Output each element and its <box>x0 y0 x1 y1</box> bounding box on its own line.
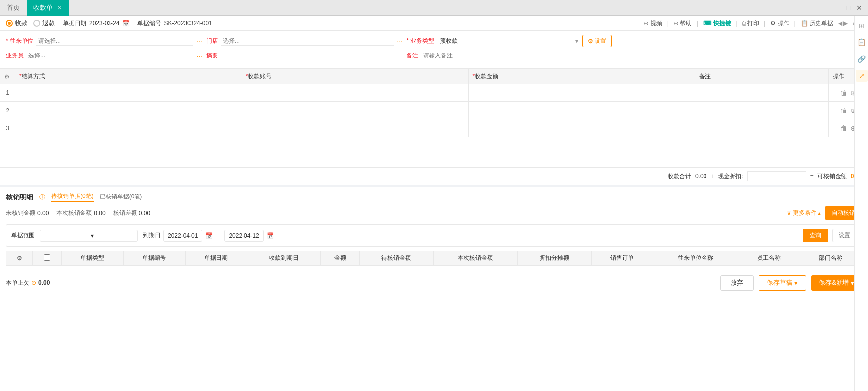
tab-receipt[interactable]: 收款单 ✕ <box>27 0 69 16</box>
verify-settings-button[interactable]: 设置 <box>832 229 857 242</box>
bottom-table-gear-icon[interactable]: ⚙ <box>17 255 22 262</box>
date-value[interactable]: 2023-03-24 <box>89 20 119 27</box>
date-from-calendar-icon[interactable]: 📅 <box>205 232 213 239</box>
unchecked-value: 0.00 <box>37 210 49 217</box>
window-close-icon[interactable]: ✕ <box>854 3 864 13</box>
sidebar-document-icon[interactable]: 📋 <box>856 36 868 48</box>
form-area: 往来单位 ··· 门店 ··· 业务类型 预收款 ▾ ⚙ 设置 业务员 <box>0 31 868 69</box>
business-type-dropdown[interactable]: ▾ <box>575 38 578 45</box>
bth-counterpart: 往来单位名称 <box>653 251 738 266</box>
bth-salesperson: 员工名称 <box>738 251 800 266</box>
plus-sign: + <box>710 173 714 180</box>
counterpart-field: 往来单位 ··· <box>6 36 202 46</box>
footer-left: 本单上欠 ⊙ 0.00 <box>6 279 50 287</box>
number-value: SK-20230324-001 <box>164 20 212 27</box>
current-label: 本单上欠 <box>6 279 29 287</box>
cell-remark-3[interactable] <box>695 119 829 137</box>
cell-settlement-3[interactable] <box>15 119 242 137</box>
number-label: 单据编号 <box>137 19 161 28</box>
select-all-checkbox[interactable] <box>44 254 50 261</box>
current-check-value: 0.00 <box>94 210 105 217</box>
store-input[interactable] <box>221 36 394 46</box>
store-more-btn[interactable]: ··· <box>397 37 403 45</box>
calendar-icon[interactable]: 📅 <box>122 20 130 27</box>
remark-field: 备注 <box>407 51 862 60</box>
help-btn[interactable]: ⊙ 帮助 <box>674 19 692 28</box>
cell-amount-2[interactable] <box>468 102 695 119</box>
counterpart-more-btn[interactable]: ··· <box>196 37 202 45</box>
save-draft-label: 保存草稿 <box>767 279 792 287</box>
delete-icon-3[interactable]: 🗑 <box>841 124 847 132</box>
more-conditions-label: 更多条件 <box>793 209 816 217</box>
cell-account-1[interactable] <box>242 84 468 102</box>
pending-tab[interactable]: 待核销单据(0笔) <box>51 192 94 202</box>
verify-info-icon[interactable]: ⓘ <box>39 193 45 201</box>
next-arrow[interactable]: ▶ <box>843 20 848 27</box>
cash-discount-label: 现金折扣: <box>718 172 743 181</box>
prev-arrow[interactable]: ◀ <box>838 20 842 27</box>
radio-receive-label: 收款 <box>15 19 27 28</box>
radio-receive[interactable]: 收款 <box>6 19 27 28</box>
settings-button[interactable]: ⚙ 设置 <box>582 35 612 47</box>
salesperson-input[interactable] <box>27 51 193 60</box>
sidebar-attachment-icon[interactable]: 🔗 <box>856 53 868 65</box>
table-gear-icon[interactable]: ⚙ <box>4 73 10 80</box>
bth-amount: 金额 <box>321 251 360 266</box>
sidebar-table-icon[interactable]: ⊞ <box>856 20 868 31</box>
cash-discount-input[interactable] <box>747 171 806 181</box>
abandon-button[interactable]: 放弃 <box>720 275 754 291</box>
done-tab[interactable]: 已核销单据(0笔) <box>100 193 142 202</box>
bth-settings: ⚙ <box>6 251 33 266</box>
salesperson-more-btn[interactable]: ··· <box>196 52 202 60</box>
number-field-group: 单据编号 SK-20230324-001 <box>137 19 212 28</box>
cell-amount-3[interactable] <box>468 119 695 137</box>
tab-home[interactable]: 首页 <box>0 0 27 16</box>
sidebar-expand-icon[interactable]: ⤢ <box>856 70 868 82</box>
abstract-input[interactable] <box>221 51 403 60</box>
verify-title: 核销明细 <box>6 193 33 202</box>
tab-close-icon[interactable]: ✕ <box>57 5 62 11</box>
footer: 本单上欠 ⊙ 0.00 放弃 保存草稿 保存&新增 <box>0 271 868 295</box>
print-btn[interactable]: ⎙ 打印 <box>742 19 759 28</box>
cell-settlement-1[interactable] <box>15 84 242 102</box>
date-field-group: 单据日期 2023-03-24 📅 <box>63 19 130 28</box>
range-dropdown-icon <box>91 232 134 239</box>
date-to-value[interactable]: 2022-04-12 <box>224 230 263 242</box>
footer-info-icon[interactable]: ⊙ <box>31 279 36 286</box>
date-from-value[interactable]: 2022-04-01 <box>163 230 202 242</box>
cell-account-3[interactable] <box>242 119 468 137</box>
unchecked-stat: 未核销金额 0.00 <box>6 209 49 217</box>
query-button[interactable]: 查询 <box>803 229 828 242</box>
more-conditions-btn[interactable]: ⊽ 更多条件 <box>787 209 821 217</box>
bth-pending-amount: 待核销金额 <box>360 251 433 266</box>
delete-icon-2[interactable]: 🗑 <box>841 107 847 114</box>
range-select[interactable] <box>40 230 138 242</box>
business-type-field: 业务类型 预收款 ▾ <box>407 37 578 45</box>
date-label: 单据日期 <box>63 19 86 28</box>
radio-refund-dot <box>33 20 40 27</box>
receipt-type-radio-group: 收款 退款 <box>6 19 55 28</box>
save-draft-button[interactable]: 保存草稿 <box>759 275 806 291</box>
cell-remark-2[interactable] <box>695 102 829 119</box>
can-verify-label: 可核销金额 <box>817 172 847 181</box>
date-to-calendar-icon[interactable]: 📅 <box>267 232 274 239</box>
cell-amount-1[interactable] <box>468 84 695 102</box>
radio-refund[interactable]: 退款 <box>33 19 55 28</box>
abstract-field: 摘要 <box>206 51 403 60</box>
restore-icon[interactable]: □ <box>844 3 852 13</box>
video-btn[interactable]: ⊙ 视频 <box>644 19 662 28</box>
th-account: *收款账号 <box>242 69 468 84</box>
history-btn[interactable]: 📋 历史单据 <box>801 19 833 28</box>
remark-input[interactable] <box>421 51 862 60</box>
bottom-table: ⚙ 单据类型 单据编号 单据日期 收款到期日 金额 待核销金额 本次核销金额 折… <box>6 251 862 266</box>
delete-icon-1[interactable]: 🗑 <box>841 89 847 97</box>
bth-discount: 折扣分摊额 <box>518 251 591 266</box>
shortcut-btn[interactable]: ⌨ 快捷键 <box>703 19 731 28</box>
cell-remark-1[interactable] <box>695 84 829 102</box>
summary-row: 收款合计 0.00 + 现金折扣: = 可核销金额 0.00 <box>0 167 868 185</box>
counterpart-input[interactable] <box>36 36 193 46</box>
cell-settlement-2[interactable] <box>15 102 242 119</box>
cell-account-2[interactable] <box>242 102 468 119</box>
remark-label: 备注 <box>407 52 418 60</box>
operation-btn[interactable]: ⚙ 操作 <box>770 19 789 28</box>
